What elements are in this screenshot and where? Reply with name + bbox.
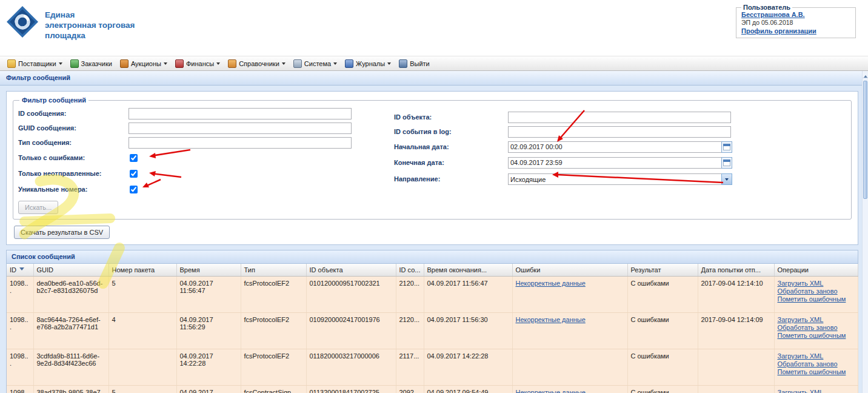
menu-item-suppliers[interactable]: Поставщики [5,58,68,70]
chevron-down-icon [282,62,285,67]
brand-title: Единая электронная торговая площадка [45,10,135,41]
col-header-result[interactable]: Результат [627,264,698,277]
start-date-input[interactable] [508,141,721,153]
col-header-label: ID со... [399,266,421,274]
filter-legend: Фильтр сообщений [19,96,88,104]
load-xml-link[interactable]: Загрузить XML [778,389,855,393]
col-header-id-so[interactable]: ID со... [396,264,424,277]
chevron-down-icon[interactable] [721,173,732,185]
menu-item-label: Заказчики [81,60,112,67]
chevron-down-icon [59,62,62,67]
col-header-time[interactable]: Время [176,264,241,277]
application-window: Единая электронная торговая площадка Пол… [0,0,868,393]
menu-item-system[interactable]: Система [291,58,342,70]
col-header-guid[interactable]: GUID [33,264,109,277]
direction-combobox[interactable]: Исходящие [508,173,721,185]
load-xml-link[interactable]: Загрузить XML [778,352,855,360]
col-header-label: Тип [244,266,255,274]
direction-label: Направление: [394,175,508,183]
cell-id-so: 2120... [396,313,424,349]
page-title: Фильтр сообщений [0,71,868,86]
col-header-label: Ошибки [516,266,541,274]
brand-line-2: электронная торговая [45,20,135,30]
cell-errors: Некорректные данные [512,386,627,393]
cell-id: 1098... [7,313,33,349]
reprocess-link[interactable]: Обработать заново [778,324,855,332]
cell-errors [512,349,627,386]
col-header-operations[interactable]: Операции [774,264,858,277]
table-row[interactable]: 1098... dea0bed6-ea10-a56d-b2c7-e831d326… [7,277,858,313]
table-row[interactable]: 1098... 3cdfda9b-8111-6d6e-9e2d-8d34f423… [7,349,858,386]
reprocess-link[interactable]: Обработать заново [778,287,855,295]
reprocess-link[interactable]: Обработать заново [778,360,855,368]
download-csv-button[interactable]: Скачать результаты в CSV [14,226,110,239]
cell-errors: Некорректные данные [512,313,627,349]
error-details-link[interactable]: Некорректные данные [516,280,586,287]
table-row[interactable]: 1098... 38ad378b-9805-38e7-5 5 04.09.201… [7,386,858,393]
col-header-attempt-date[interactable]: Дата попытки отп... [698,264,774,277]
gavel-icon [120,59,129,68]
cell-type: fcsProtocolEF2 [241,349,306,386]
mark-erroneous-link[interactable]: Пометить ошибочным [778,332,855,340]
search-button[interactable]: Искать... [18,201,58,214]
calendar-icon[interactable] [721,157,732,169]
col-header-label: Номер пакета [112,266,155,274]
menu-item-finance[interactable]: Финансы [173,58,225,70]
vertical-scrollbar[interactable] [862,71,868,393]
cell-guid: 38ad378b-9805-38e7-5 [33,386,109,393]
org-profile-link[interactable]: Профиль организации [741,27,816,35]
cell-operations: Загрузить XML Обработать заново Пометить… [774,349,858,386]
menu-item-label: Поставщики [18,60,56,67]
customers-icon [70,59,79,68]
menu-item-directories[interactable]: Справочники [225,58,291,70]
scroll-up-arrow-icon[interactable] [863,71,868,78]
only-errors-checkbox[interactable] [130,154,138,162]
col-header-errors[interactable]: Ошибки [512,264,627,277]
cell-packet: 5 [109,277,176,313]
col-header-id[interactable]: ID [7,264,33,277]
cell-end-time: 04.09.2017 11:56:47 [424,277,512,313]
message-id-input[interactable] [129,108,352,119]
unique-numbers-checkbox[interactable] [130,186,138,193]
cell-object-id: 0113200018417002725 [306,386,396,393]
load-xml-link[interactable]: Загрузить XML [778,316,855,324]
table-row[interactable]: 1098... 8ac9644a-7264-e6ef-e768-a2b2a774… [7,313,858,349]
col-header-packet[interactable]: Номер пакета [109,264,176,277]
user-name-link[interactable]: Бесстрашнова А.В. [741,11,805,18]
col-header-object-id[interactable]: ID объекта [306,264,396,277]
col-header-label: Результат [631,266,661,274]
mark-erroneous-link[interactable]: Пометить ошибочным [778,295,855,303]
error-details-link[interactable]: Некорректные данные [516,316,586,323]
col-header-end-time[interactable]: Время окончания... [424,264,512,277]
scrollbar-thumb[interactable] [863,81,867,199]
header: Единая электронная торговая площадка Пол… [0,0,868,56]
col-header-type[interactable]: Тип [241,264,306,277]
end-date-input[interactable] [508,157,721,169]
message-type-input[interactable] [129,137,352,149]
cell-attempt-date: 2017-09-04 12:14:09 [698,313,774,349]
menu-item-label: Финансы [186,60,214,67]
menu-item-auctions[interactable]: Аукционы [118,58,173,70]
col-header-label: GUID [37,266,54,274]
brand-line-1: Единая [45,10,135,20]
cell-id: 1098... [7,277,33,313]
unique-numbers-label: Уникальные номера: [18,186,129,193]
message-guid-label: GUID сообщения: [18,124,129,132]
signature-validity: ЭП до 05.06.2018 [741,19,850,26]
object-id-input[interactable] [508,112,731,123]
menu-item-exit[interactable]: Выйти [396,58,435,70]
sort-desc-icon [19,267,24,273]
message-guid-input[interactable] [129,123,352,134]
menu-item-customers[interactable]: Заказчики [68,58,118,70]
log-event-id-input[interactable] [508,126,731,138]
cell-result: С ошибками [627,277,698,313]
menu-item-journals[interactable]: Журналы [342,58,396,70]
error-details-link[interactable]: Некорректные данные [516,389,586,393]
only-unsent-checkbox[interactable] [130,170,138,178]
journals-icon [345,59,353,68]
mark-erroneous-link[interactable]: Пометить ошибочным [778,368,855,376]
cell-result: С ошибками [627,313,698,349]
col-header-label: Время окончания... [427,266,487,274]
load-xml-link[interactable]: Загрузить XML [778,280,855,287]
calendar-icon[interactable] [721,141,732,153]
